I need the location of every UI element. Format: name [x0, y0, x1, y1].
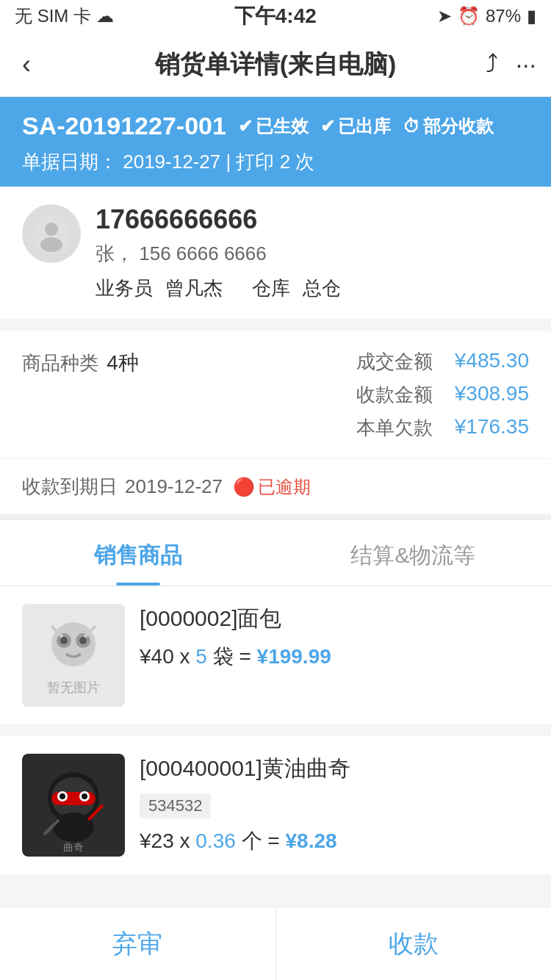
check-icon-1: ✔: [238, 116, 253, 137]
share-icon[interactable]: ⤴: [486, 50, 498, 79]
product-name-1: [0000002]面包: [140, 604, 529, 634]
product-item-1: 暂无图片 [0000002]面包 ¥40 x 5 袋 = ¥199.99: [0, 586, 551, 724]
page-title: 销货单详情(来自电脑): [155, 48, 397, 82]
summary-section: 商品种类 4种 成交金额 ¥485.30 收款金额 ¥308.95 本单欠款 ¥…: [0, 331, 551, 459]
nav-actions: ⤴ ···: [486, 50, 536, 79]
debt-row: 本单欠款 ¥176.35: [356, 415, 529, 441]
due-section: 收款到期日 2019-12-27 🔴 已逾期: [0, 459, 551, 520]
svg-point-16: [60, 793, 65, 799]
amount-info: 成交金额 ¥485.30 收款金额 ¥308.95 本单欠款 ¥176.35: [356, 349, 529, 441]
product-image-1: 暂无图片: [22, 604, 125, 707]
svg-point-8: [79, 637, 87, 644]
alarm-icon: ⏰: [458, 6, 480, 26]
category-info: 商品种类 4种: [22, 349, 139, 441]
tab-sales-products[interactable]: 销售商品: [0, 520, 276, 586]
customer-meta: 业务员 曾凡杰 仓库 总仓: [96, 275, 529, 301]
status-badge-shipped: ✔ 已出库: [320, 115, 391, 138]
svg-point-7: [60, 637, 68, 644]
customer-info: 17666666666 张， 156 6666 6666 业务员 曾凡杰 仓库 …: [96, 204, 529, 301]
order-id-text: SA-20191227-001: [22, 112, 226, 140]
warehouse-info: 仓库 总仓: [252, 275, 341, 301]
carrier-text: 无 SIM 卡 ☁: [15, 4, 114, 28]
overdue-badge: 🔴 已逾期: [233, 475, 311, 499]
tabs: 销售商品 结算&物流等: [0, 520, 551, 586]
customer-section: 17666666666 张， 156 6666 6666 业务员 曾凡杰 仓库 …: [0, 187, 551, 320]
product-price-1: ¥40 x 5 袋 = ¥199.99: [140, 643, 529, 671]
svg-point-2: [40, 237, 62, 252]
status-badge-partial: ⏱ 部分收款: [403, 115, 494, 138]
deal-row: 成交金额 ¥485.30: [356, 349, 529, 375]
customer-name-phone: 张， 156 6666 6666: [96, 241, 529, 267]
status-time: 下午4:42: [234, 2, 317, 30]
sales-info: 业务员 曾凡杰: [96, 275, 223, 301]
header-banner: SA-20191227-001 ✔ 已生效 ✔ 已出库 ⏱ 部分收款 单据日期：…: [0, 97, 551, 187]
overdue-icon: 🔴: [233, 477, 255, 497]
svg-text:曲奇: 曲奇: [63, 841, 84, 853]
tab-settlement[interactable]: 结算&物流等: [276, 520, 551, 586]
product-item-2: 曲奇 [000400001]黄油曲奇 534532 ¥23 x 0.36 个 =…: [0, 736, 551, 874]
date-info: 单据日期： 2019-12-27 | 打印 2 次: [22, 149, 529, 175]
confirm-button[interactable]: 收款: [276, 907, 552, 980]
product-list: 暂无图片 [0000002]面包 ¥40 x 5 袋 = ¥199.99: [0, 586, 551, 874]
nav-bar: ‹ 销货单详情(来自电脑) ⤴ ···: [0, 32, 551, 97]
location-icon: ➤: [437, 6, 452, 26]
status-bar: 无 SIM 卡 ☁ 下午4:42 ➤ ⏰ 87% ▮: [0, 0, 551, 32]
back-button[interactable]: ‹: [15, 42, 38, 87]
customer-id: 17666666666: [96, 204, 529, 235]
status-left: 无 SIM 卡 ☁: [15, 4, 114, 28]
product-info-2: [000400001]黄油曲奇 534532 ¥23 x 0.36 个 = ¥8…: [140, 754, 529, 855]
order-id-row: SA-20191227-001 ✔ 已生效 ✔ 已出库 ⏱ 部分收款: [22, 112, 529, 140]
product-tag-2: 534532: [140, 793, 211, 818]
product-info-1: [0000002]面包 ¥40 x 5 袋 = ¥199.99: [140, 604, 529, 671]
product-name-2: [000400001]黄油曲奇: [140, 754, 529, 784]
customer-avatar: [22, 204, 81, 263]
battery-icon: ▮: [527, 6, 536, 26]
due-date: 2019-12-27: [125, 475, 223, 498]
more-icon[interactable]: ···: [516, 50, 536, 79]
receipt-row: 收款金额 ¥308.95: [356, 382, 529, 408]
product-price-2: ¥23 x 0.36 个 = ¥8.28: [140, 827, 529, 855]
clock-icon: ⏱: [403, 116, 420, 137]
bottom-bar: 弃审 收款: [0, 907, 551, 980]
status-badge-active: ✔ 已生效: [238, 115, 309, 138]
check-icon-2: ✔: [320, 116, 335, 137]
svg-text:暂无图片: 暂无图片: [47, 680, 100, 695]
status-right: ➤ ⏰ 87% ▮: [437, 6, 536, 26]
battery-text: 87%: [486, 6, 521, 26]
svg-point-17: [82, 793, 87, 799]
cancel-button[interactable]: 弃审: [0, 907, 276, 980]
product-image-2: 曲奇: [22, 754, 125, 857]
svg-point-1: [45, 223, 58, 236]
svg-point-18: [53, 813, 94, 842]
due-label: 收款到期日: [22, 474, 118, 500]
